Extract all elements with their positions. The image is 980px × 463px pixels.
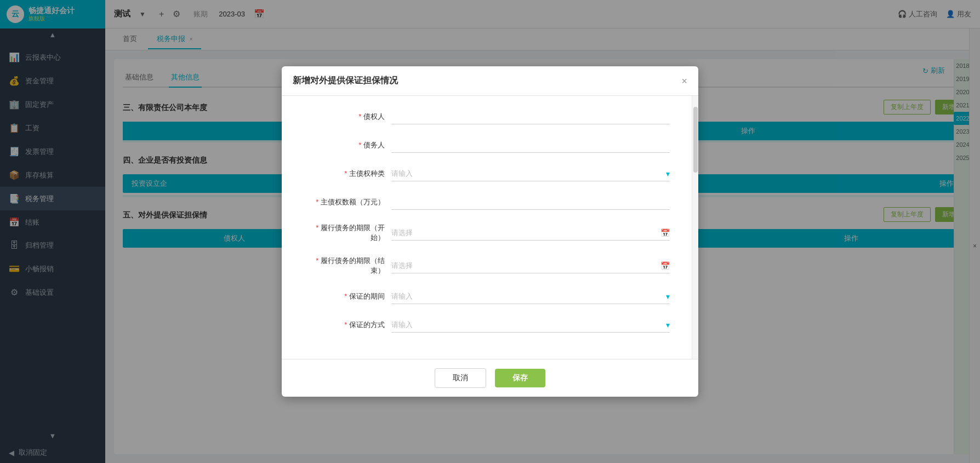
modal-dialog: 新增对外提供保证担保情况 × * 债权人: [282, 66, 698, 397]
form-field-guarantee-method: ▾: [391, 317, 670, 333]
modal-footer: 取消 保存: [282, 359, 698, 397]
form-field-claim-type: ▾: [391, 166, 670, 181]
guarantee-period-input[interactable]: [391, 289, 670, 304]
required-mark-3: *: [344, 169, 347, 178]
form-field-creditor: [391, 109, 670, 124]
period-end-input[interactable]: [391, 258, 670, 273]
form-row-claim-type: * 主债权种类 ▾: [304, 166, 670, 181]
form-row-guarantee-period: * 保证的期间 ▾: [304, 289, 670, 304]
modal-title: 新增对外提供保证担保情况: [293, 75, 398, 87]
claim-amount-input[interactable]: [391, 195, 670, 210]
form-field-debtor: [391, 138, 670, 153]
form-row-debtor: * 债务人: [304, 138, 670, 153]
form-label-claim-type: * 主债权种类: [304, 169, 391, 179]
period-end-calendar-icon[interactable]: 📅: [660, 261, 670, 270]
modal-overlay[interactable]: 新增对外提供保证担保情况 × * 债权人: [0, 0, 980, 463]
form-row-guarantee-method: * 保证的方式 ▾: [304, 317, 670, 333]
modal-body: * 债权人 * 债务人: [282, 96, 692, 359]
form-label-creditor: * 债权人: [304, 112, 391, 122]
form-label-period-end: * 履行债务的期限（结束）: [304, 256, 391, 276]
period-start-calendar-icon[interactable]: 📅: [660, 228, 670, 237]
claim-type-input[interactable]: [391, 166, 670, 181]
form-label-period-start: * 履行债务的期限（开始）: [304, 223, 391, 243]
form-label-debtor: * 债务人: [304, 140, 391, 150]
form-row-period-end: * 履行债务的期限（结束） 📅: [304, 256, 670, 276]
form-label-claim-amount: * 主债权数额（万元）: [304, 197, 391, 207]
required-mark-2: *: [358, 141, 361, 149]
debtor-input[interactable]: [391, 138, 670, 153]
required-mark-7: *: [344, 292, 347, 300]
required-mark-4: *: [316, 198, 318, 206]
form-row-creditor: * 债权人: [304, 109, 670, 124]
form-field-period-end: 📅: [391, 258, 670, 273]
guarantee-method-input[interactable]: [391, 317, 670, 333]
form-label-guarantee-period: * 保证的期间: [304, 291, 391, 301]
form-field-claim-amount: [391, 195, 670, 210]
form-field-guarantee-period: ▾: [391, 289, 670, 304]
form-label-guarantee-method: * 保证的方式: [304, 320, 391, 330]
form-row-period-start: * 履行债务的期限（开始） 📅: [304, 223, 670, 243]
required-mark-8: *: [344, 321, 347, 329]
modal-scrollbar[interactable]: [692, 96, 698, 359]
form-row-claim-amount: * 主债权数额（万元）: [304, 195, 670, 210]
required-mark-5: *: [316, 224, 318, 232]
save-button[interactable]: 保存: [495, 369, 545, 387]
required-mark: *: [358, 112, 361, 121]
modal-header: 新增对外提供保证担保情况 ×: [282, 66, 698, 96]
required-mark-6: *: [316, 256, 318, 265]
modal-close-button[interactable]: ×: [681, 76, 687, 86]
period-start-input[interactable]: [391, 225, 670, 241]
creditor-input[interactable]: [391, 109, 670, 124]
scrollbar-thumb[interactable]: [693, 107, 698, 173]
cancel-button[interactable]: 取消: [435, 368, 486, 388]
form-field-period-start: 📅: [391, 225, 670, 241]
